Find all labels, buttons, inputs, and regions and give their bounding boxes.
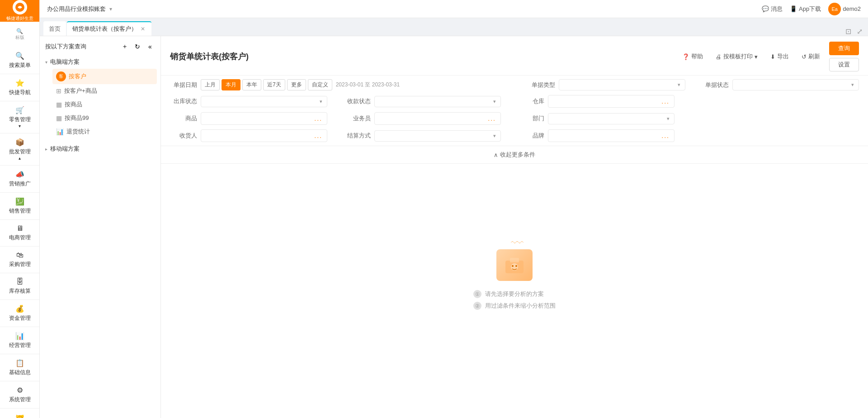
- tree-parent-label-mobile: 移动端方案: [50, 145, 80, 153]
- brand-dots-icon: ...: [661, 132, 670, 139]
- tab-sales-stats-label: 销货单统计表（按客户）: [72, 25, 137, 33]
- employee-input[interactable]: ...: [374, 112, 501, 125]
- scheme-tree: ▾ 电脑端方案 客 按客户 ⊞ 按客户+商品 ▦ 按商品: [40, 55, 160, 156]
- goods-input[interactable]: ...: [201, 112, 327, 125]
- topbar-user-btn[interactable]: Ea demo2: [828, 3, 861, 15]
- topbar-left: 办公用品行业模拟账套 ▾: [47, 5, 112, 13]
- topbar-arrow-icon: ▾: [109, 6, 112, 12]
- date-btn-this-year[interactable]: 本年: [242, 79, 261, 90]
- query-settings-group: 查询 设置: [829, 42, 859, 71]
- out-status-input[interactable]: ▾: [201, 96, 327, 107]
- sidebar-label-finance: 资金管理: [9, 314, 31, 322]
- sidebar-item-system[interactable]: ⚙ 系统管理: [0, 381, 39, 408]
- logo-icon: [13, 0, 27, 14]
- filter-row-1: 单据日期 上月 本月 本年 近7天 更多 自定义 2023-03-01 至 20…: [170, 79, 859, 90]
- receiver-input[interactable]: ...: [201, 129, 327, 142]
- quick-nav-icon: ⭐: [15, 79, 24, 87]
- sidebar-item-purchase[interactable]: 🛍 采购管理: [0, 247, 39, 273]
- sidebar-item-ecommerce[interactable]: 🖥 电商管理: [0, 220, 39, 247]
- right-panel: 销货单统计表(按客户) ❓ 帮助 🖨 按模板打印 ▾ ⬇ 导出: [161, 36, 868, 418]
- sidebar-item-quick-nav[interactable]: ⭐ 快捷导航: [0, 74, 39, 101]
- sidebar-item-retail[interactable]: 🛒 零售管理 ▾: [0, 101, 39, 133]
- filter-row-3: 商品 ... 业务员 ... 部门 ▾: [170, 112, 859, 125]
- sidebar-label-basic: 基础信息: [9, 369, 31, 376]
- tree-parent-label-desktop: 电脑端方案: [50, 58, 80, 66]
- tab-close-btn[interactable]: ✕: [140, 25, 146, 33]
- filter-area: 单据日期 上月 本月 本年 近7天 更多 自定义 2023-03-01 至 20…: [161, 76, 868, 146]
- filter-row-4: 收货人 ... 结算方式 ▾ 品牌 ...: [170, 129, 859, 142]
- topbar-message-btn[interactable]: 💬 消息: [762, 5, 783, 13]
- sidebar-label-quick: 快捷导航: [9, 89, 31, 96]
- topbar-app-download-btn[interactable]: 📱 App下载: [790, 5, 821, 13]
- topbar: 办公用品行业模拟账套 ▾ 💬 消息 📱 App下载 Ea demo2: [40, 0, 868, 18]
- tab-restore-btn[interactable]: ⊡: [842, 27, 855, 36]
- sidebar-label-system: 系统管理: [9, 396, 31, 404]
- tree-child-goods[interactable]: ▦ 按商品: [52, 98, 157, 111]
- help-label: 帮助: [691, 52, 703, 61]
- tab-sales-stats[interactable]: 销货单统计表（按客户） ✕: [67, 21, 151, 36]
- tree-child-goods99[interactable]: ▦ 按商品99: [52, 111, 157, 125]
- date-btn-more[interactable]: 更多: [287, 79, 306, 90]
- receive-status-label: 收款状态: [344, 97, 371, 105]
- order-status-input[interactable]: ▾: [732, 79, 859, 90]
- retail-expand-icon: ▾: [19, 124, 21, 128]
- date-btn-custom[interactable]: 自定义: [308, 79, 332, 90]
- print-dropdown-icon: ▾: [755, 53, 758, 60]
- collapse-panel-btn[interactable]: «: [145, 42, 155, 52]
- tree-parent-mobile[interactable]: ▸ 移动端方案: [43, 142, 157, 156]
- query-btn[interactable]: 查询: [829, 42, 859, 55]
- help-btn[interactable]: ❓ 帮助: [679, 51, 707, 62]
- export-icon: ⬇: [770, 53, 775, 60]
- dept-input[interactable]: ▾: [548, 113, 675, 124]
- employee-dots-icon: ...: [488, 115, 496, 122]
- retail-icon: 🛒: [15, 106, 24, 114]
- tree-child-customer[interactable]: 客 按客户: [52, 69, 157, 84]
- settings-btn[interactable]: 设置: [829, 58, 859, 71]
- settlement-input[interactable]: ▾: [374, 130, 501, 142]
- date-btn-last-month[interactable]: 上月: [201, 79, 220, 90]
- tab-maximize-btn[interactable]: ⤢: [855, 27, 864, 36]
- date-btn-this-month[interactable]: 本月: [222, 79, 241, 90]
- sidebar-item-operation[interactable]: 📊 经营管理: [0, 327, 39, 354]
- sidebar-search-item[interactable]: 🔍 标版: [0, 25, 39, 43]
- tree-child-return-stats[interactable]: 📊 退货统计: [52, 125, 157, 138]
- sidebar-item-basic[interactable]: 📋 基础信息: [0, 354, 39, 381]
- add-scheme-btn[interactable]: ＋: [120, 42, 130, 52]
- receive-status-input[interactable]: ▾: [374, 96, 501, 107]
- out-status-dropdown-icon: ▾: [320, 99, 322, 104]
- tab-home[interactable]: 首页: [43, 21, 66, 36]
- refresh-label: 刷新: [808, 52, 820, 61]
- sidebar-item-inventory[interactable]: 🗄 库存核算: [0, 273, 39, 300]
- sidebar-item-search-menu[interactable]: 🔍 搜索菜单: [0, 47, 39, 74]
- empty-hint-2: ② 用过滤条件来缩小分析范围: [473, 302, 556, 310]
- sidebar-item-sales[interactable]: 💹 销售管理: [0, 193, 39, 220]
- customer-goods-icon: ⊞: [56, 87, 61, 95]
- sidebar-item-finance[interactable]: 💰 资金管理: [0, 300, 39, 327]
- tree-parent-desktop[interactable]: ▾ 电脑端方案: [43, 55, 157, 69]
- left-panel: 按以下方案查询 ＋ ↻ « ▾ 电脑端方案: [40, 36, 161, 418]
- basic-icon: 📋: [15, 359, 24, 367]
- sidebar-logo[interactable]: 畅捷通好生意: [0, 0, 40, 22]
- tree-mobile-expand-icon: ▸: [45, 147, 47, 152]
- warehouse-label: 仓库: [517, 97, 544, 105]
- tree-child-label-return: 退货统计: [66, 128, 90, 136]
- date-btn-7days[interactable]: 近7天: [263, 79, 285, 90]
- brand-input[interactable]: ...: [548, 129, 675, 142]
- tree-child-label-customer: 按客户: [69, 72, 86, 81]
- sales-icon: 💹: [15, 197, 24, 206]
- sidebar-item-wholesale[interactable]: 📦 批发管理 ▴: [0, 133, 39, 166]
- warehouse-input[interactable]: ...: [548, 95, 675, 108]
- export-btn[interactable]: ⬇ 导出: [767, 51, 793, 62]
- tree-child-customer-goods[interactable]: ⊞ 按客户+商品: [52, 84, 157, 98]
- sidebar-item-marketing[interactable]: 📣 营销推广: [0, 166, 39, 193]
- left-panel-title: 按以下方案查询: [45, 43, 86, 51]
- refresh-btn[interactable]: ↺ 刷新: [798, 51, 824, 62]
- collapse-more-btn[interactable]: ∧ 收起更多条件: [488, 149, 541, 161]
- template-print-btn[interactable]: 🖨 按模板打印 ▾: [712, 51, 761, 62]
- collapse-bar: ∧ 收起更多条件: [161, 146, 868, 164]
- page-header: 销货单统计表(按客户) ❓ 帮助 🖨 按模板打印 ▾ ⬇ 导出: [161, 36, 868, 75]
- collapse-up-icon: ∧: [494, 152, 498, 158]
- refresh-scheme-btn[interactable]: ↻: [132, 42, 142, 52]
- sidebar-item-enterprise[interactable]: 🤝 企业协同: [0, 408, 39, 418]
- order-type-input[interactable]: ▾: [559, 79, 685, 90]
